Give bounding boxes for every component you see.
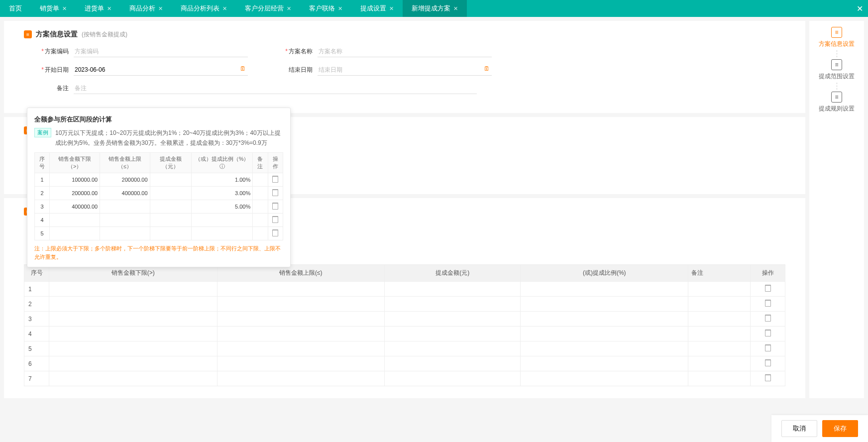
close-all-icon[interactable]: ✕ xyxy=(857,0,863,17)
pop-table: 序号销售金额下限（>）销售金额上限（≤）提成金额（元）（或）提成比例（%）ⓘ备注… xyxy=(34,152,283,240)
delete-icon[interactable] xyxy=(765,300,771,307)
delete-icon[interactable] xyxy=(272,229,278,236)
anchor-icon: ≡ xyxy=(831,92,842,103)
start-date-input[interactable] xyxy=(74,64,248,76)
tab-bar: 首页销货单✕进货单✕商品分析✕商品分析列表✕客户分层经营✕客户联络✕提成设置✕新… xyxy=(0,0,868,17)
pop-text: 10万元以下无提成；10~20万元提成比例为1%；20~40万提成比例为3%；4… xyxy=(55,128,283,148)
section-icon: ≡ xyxy=(24,30,32,38)
anchor-nav: ≡方案信息设置≡提成范围设置≡提成规则设置 xyxy=(809,21,864,398)
pop-row: 1100000.00200000.001.00% xyxy=(35,173,283,186)
anchor-icon: ≡ xyxy=(831,59,842,70)
pop-th: 销售金额上限（≤） xyxy=(100,152,150,173)
grid-row[interactable]: 5 xyxy=(24,341,785,356)
pop-row: 3400000.005.00% xyxy=(35,200,283,213)
pop-row: 5 xyxy=(35,226,283,240)
pop-th: 销售金额下限（>） xyxy=(50,152,100,173)
code-input[interactable] xyxy=(74,46,248,57)
pop-note: 注：上限必须大于下限；多个阶梯时，下一个阶梯下限要等于前一阶梯上限；不同行之间下… xyxy=(34,244,283,262)
panel-scheme-info: ≡ 方案信息设置 (按销售金额提成) *方案编码 *方案名称 *开始日期 🗓 xyxy=(4,21,805,113)
delete-icon[interactable] xyxy=(765,330,771,336)
grid-th: 操作 xyxy=(751,265,785,282)
grid-th: (或)提成比例(%) xyxy=(521,265,688,282)
tab-close-icon[interactable]: ✕ xyxy=(287,5,291,12)
tab-首页[interactable]: 首页 xyxy=(0,0,31,17)
anchor-label: 方案信息设置 xyxy=(819,40,855,48)
pop-tag: 案例 xyxy=(34,128,51,137)
pop-th: 备注 xyxy=(253,152,268,173)
delete-icon[interactable] xyxy=(765,374,771,381)
tab-close-icon[interactable]: ✕ xyxy=(222,5,227,12)
anchor-label: 提成规则设置 xyxy=(819,105,855,113)
remark-input[interactable] xyxy=(74,83,477,94)
tab-进货单[interactable]: 进货单✕ xyxy=(76,0,120,17)
delete-icon[interactable] xyxy=(765,344,771,351)
anchor-item[interactable]: ≡提成规则设置 xyxy=(819,92,855,113)
tab-close-icon[interactable]: ✕ xyxy=(389,5,394,12)
end-date-label: 结束日期 xyxy=(289,66,313,73)
pop-th: （或）提成比例（%）ⓘ xyxy=(191,152,252,173)
rule-grid: 序号销售金额下限(>)销售金额上限(≤)提成金额(元)(或)提成比例(%)备注操… xyxy=(24,264,785,386)
tab-close-icon[interactable]: ✕ xyxy=(453,5,458,12)
pop-row: 4 xyxy=(35,213,283,226)
delete-icon[interactable] xyxy=(272,216,278,223)
end-date-input[interactable] xyxy=(318,64,492,76)
delete-icon[interactable] xyxy=(272,189,278,196)
anchor-item[interactable]: ≡提成范围设置 xyxy=(819,59,855,81)
tooltip-popover: 全额参与所在区间段的计算 案例 10万元以下无提成；10~20万元提成比例为1%… xyxy=(27,108,291,267)
pop-th: 操作 xyxy=(268,152,283,173)
tab-close-icon[interactable]: ✕ xyxy=(338,5,342,12)
grid-th: 提成金额(元) xyxy=(384,265,521,282)
anchor-label: 提成范围设置 xyxy=(819,72,855,81)
delete-icon[interactable] xyxy=(765,285,771,292)
tab-新增提成方案[interactable]: 新增提成方案✕ xyxy=(403,0,467,17)
section1-title: 方案信息设置 xyxy=(36,30,78,39)
grid-row[interactable]: 4 xyxy=(24,327,785,341)
grid-row[interactable]: 6 xyxy=(24,356,785,371)
delete-icon[interactable] xyxy=(765,359,771,366)
anchor-icon: ≡ xyxy=(831,27,842,38)
pop-th: 序号 xyxy=(35,152,50,173)
tab-close-icon[interactable]: ✕ xyxy=(158,5,163,12)
section1-sub: (按销售金额提成) xyxy=(82,30,127,39)
remark-label: 备注 xyxy=(57,85,69,92)
panel-rule: ≡ 提成规则设 不参与提成 单据收款 计算规则 固定比例区间超额提区间全额提i … xyxy=(4,198,805,398)
tab-商品分析[interactable]: 商品分析✕ xyxy=(120,0,172,17)
tab-提成设置[interactable]: 提成设置✕ xyxy=(351,0,403,17)
grid-row[interactable]: 2 xyxy=(24,297,785,312)
tab-客户分层经营[interactable]: 客户分层经营✕ xyxy=(236,0,300,17)
name-label: 方案名称 xyxy=(289,48,313,55)
anchor-item[interactable]: ≡方案信息设置 xyxy=(819,27,855,48)
tab-商品分析列表[interactable]: 商品分析列表✕ xyxy=(172,0,236,17)
delete-icon[interactable] xyxy=(272,176,278,183)
pop-row: 2200000.00400000.003.00% xyxy=(35,186,283,200)
pop-th: 提成金额（元） xyxy=(150,152,191,173)
tab-close-icon[interactable]: ✕ xyxy=(107,5,111,12)
grid-row[interactable]: 7 xyxy=(24,371,785,386)
grid-row[interactable]: 1 xyxy=(24,282,785,297)
code-label: 方案编码 xyxy=(45,48,69,55)
grid-row[interactable]: 3 xyxy=(24,312,785,327)
tab-close-icon[interactable]: ✕ xyxy=(62,5,67,12)
tab-客户联络[interactable]: 客户联络✕ xyxy=(300,0,351,17)
name-input[interactable] xyxy=(318,46,492,57)
tab-销货单[interactable]: 销货单✕ xyxy=(31,0,76,17)
delete-icon[interactable] xyxy=(272,203,278,210)
start-date-label: 开始日期 xyxy=(45,66,69,73)
delete-icon[interactable] xyxy=(765,315,771,322)
grid-th: 备注 xyxy=(688,265,751,282)
pop-title: 全额参与所在区间段的计算 xyxy=(34,115,283,124)
